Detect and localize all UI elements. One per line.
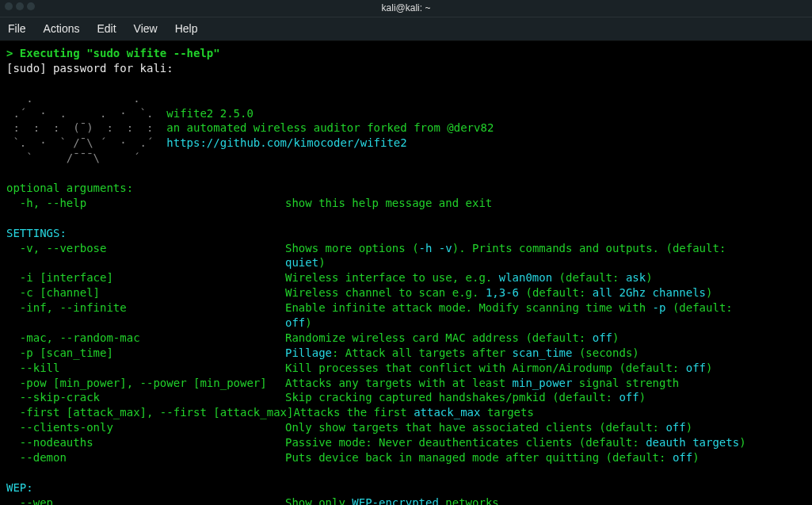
opt-wep-flag: --wep xyxy=(20,496,53,505)
opt-pow-flag: -pow [min_power], --power [min_power] xyxy=(20,377,267,389)
opt-verbose-flag: -v, --verbose xyxy=(20,242,107,254)
section-settings: SETTINGS: xyxy=(6,227,67,239)
opt-chan-flag: -c [channel] xyxy=(20,286,100,299)
menu-actions[interactable]: Actions xyxy=(44,21,80,36)
window-titlebar: kali@kali: ~ xyxy=(0,0,812,17)
opt-first-flag: -first [attack_max], --first [attack_max… xyxy=(20,406,294,419)
opt-iface-flag: -i [interface] xyxy=(20,271,113,284)
section-optargs: optional arguments: xyxy=(6,182,133,194)
terminal-pane[interactable]: > Executing "sudo wifite --help" [sudo] … xyxy=(0,41,812,505)
menu-edit[interactable]: Edit xyxy=(97,21,116,36)
sudo-prompt: [sudo] password for kali: xyxy=(6,62,173,75)
opt-inf-flag: -inf, --infinite xyxy=(20,301,127,314)
window-title: kali@kali: ~ xyxy=(382,2,431,14)
opt-kill-flag: --kill xyxy=(20,362,60,374)
opt-pillage-flag: -p [scan_time] xyxy=(20,346,113,359)
opt-demon-flag: --demon xyxy=(20,451,67,464)
opt-clients-flag: --clients-only xyxy=(20,421,113,434)
terminal-output: > Executing "sudo wifite --help" [sudo] … xyxy=(6,46,806,505)
opt-skip-flag: --skip-crack xyxy=(20,391,100,404)
ascii-art-l3: : : : (¯) : : : xyxy=(6,121,166,134)
banner-desc: an automated wireless auditor forked fro… xyxy=(166,121,494,134)
opt-mac-flag: -mac, --random-mac xyxy=(20,331,140,344)
exec-line: > Executing "sudo wifite --help" xyxy=(6,47,220,59)
ascii-art-l2: .´ · . . · `. xyxy=(6,107,166,120)
banner-url: https://github.com/kimocoder/wifite2 xyxy=(166,136,406,149)
window-controls[interactable] xyxy=(5,2,35,10)
menu-view[interactable]: View xyxy=(134,21,158,36)
ascii-art-l1: . . xyxy=(6,92,166,105)
menu-file[interactable]: File xyxy=(8,21,26,36)
banner-version: wifite2 2.5.0 xyxy=(166,107,254,120)
menu-help[interactable]: Help xyxy=(175,21,198,36)
section-wep: WEP: xyxy=(6,481,33,494)
opt-help-flag: -h, --help xyxy=(20,197,86,209)
ascii-art-l4: `. · ` /¯\ ´ · .´ xyxy=(6,136,166,149)
ascii-art-l5: ` /¯¯¯\ ´ xyxy=(6,151,166,164)
opt-help-desc: show this help message and exit xyxy=(285,197,492,209)
opt-nodeauths-flag: --nodeauths xyxy=(20,436,93,449)
menubar: File Actions Edit View Help xyxy=(0,17,812,41)
